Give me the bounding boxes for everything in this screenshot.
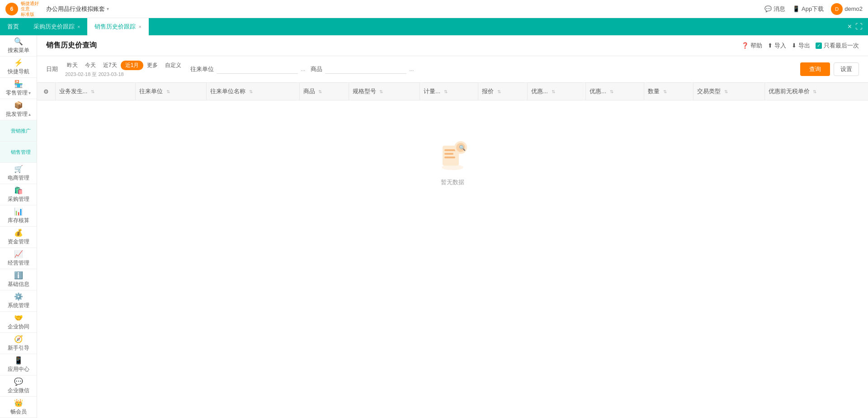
wholesale-arrow-icon: ▴ [28,112,31,117]
date-btn-last7days[interactable]: 近7天 [99,61,121,70]
user-menu[interactable]: D demo2 [831,3,863,15]
sidebar-item-vip[interactable]: 👑 畅会员 [0,397,37,418]
sidebar-item-system[interactable]: ⚙️ 系统管理 [0,290,37,312]
th-quantity[interactable]: 数量 ⇅ [644,83,693,100]
operations-icon: 📈 [14,250,23,258]
svg-rect-4 [444,157,455,158]
sidebar-item-sales-mgmt[interactable]: 销售管理 [0,142,37,163]
sidebar-item-quick-nav[interactable]: ⚡ 快捷导航 [0,57,37,78]
ecommerce-icon: 🛒 [14,165,23,173]
tab-sales-history[interactable]: 销售历史价跟踪 × [87,18,148,35]
date-btn-last1month[interactable]: 近1月 [121,61,144,70]
customer-ellipsis[interactable]: ... [301,66,305,72]
th-customer-code[interactable]: 往来单位 ⇅ [135,83,206,100]
app-center-icon: 📱 [14,356,23,365]
checkbox-icon: ✓ [816,43,822,49]
sidebar-item-search[interactable]: 🔍 搜索菜单 [0,35,37,57]
product-ellipsis[interactable]: ... [409,66,414,72]
retail-icon: 🏪 [14,80,23,88]
sidebar-item-wholesale[interactable]: 📦 批发管理 ▴ [0,99,37,120]
sort-icon-spec: ⇅ [379,89,383,94]
content-area: 销售历史价查询 ❓ 帮助 ⬆ 导入 ⬇ 导出 ✓ [37,35,868,418]
app-download-button[interactable]: 📱 App下载 [793,5,824,13]
date-btn-custom[interactable]: 自定义 [161,61,185,70]
export-icon: ⬇ [792,42,797,49]
close-window-button[interactable]: × [848,23,852,30]
gear-icon: ⚙ [43,88,49,95]
app-switcher[interactable]: 办公用品行业模拟账套 ▾ [46,5,761,13]
th-discount1[interactable]: 优惠... ⇅ [528,83,586,100]
sidebar-item-guide[interactable]: 🧭 新手引导 [0,333,37,354]
filter-row: 日期 昨天 今天 近7天 近1月 更多 自定义 2023-02-18 至 202… [37,56,868,83]
sidebar-item-retail[interactable]: 🏪 零售管理 ▾ [0,78,37,99]
th-notax-price[interactable]: 优惠前无税单价 ⇅ [764,83,868,100]
quick-nav-icon: ⚡ [14,58,23,67]
tab-close-purchase[interactable]: × [77,24,80,29]
date-btn-yesterday[interactable]: 昨天 [63,61,81,70]
page-actions: ❓ 帮助 ⬆ 导入 ⬇ 导出 ✓ 只看最后一次 [741,42,859,50]
date-filter-group: 昨天 今天 近7天 近1月 更多 自定义 2023-02-18 至 2023-0… [63,61,185,78]
th-product[interactable]: 商品 ⇅ [299,83,349,100]
th-discount2[interactable]: 优惠... ⇅ [586,83,644,100]
tab-purchase-history[interactable]: 采购历史价跟踪 × [26,18,87,35]
sort-icon-biz-date: ⇅ [91,89,94,94]
page-title: 销售历史价查询 [46,41,97,50]
finance-icon: 💰 [14,228,23,237]
tab-bar: 首页 采购历史价跟踪 × 销售历史价跟踪 × × ⛶ [0,18,868,35]
date-range-text: 2023-02-18 至 2023-03-18 [65,71,185,78]
sidebar-item-marketing[interactable]: 营销推广 [0,120,37,142]
sort-icon-discount2: ⇅ [610,89,613,94]
fullscreen-button[interactable]: ⛶ [855,23,863,30]
empty-state: 🔍 暂无数据 [37,100,868,223]
date-filter-label: 日期 [46,65,58,73]
sidebar: 🔍 搜索菜单 ⚡ 快捷导航 🏪 零售管理 ▾ 📦 批发管理 ▴ 营销推广 销售管… [0,35,37,418]
import-button[interactable]: ⬆ 导入 [768,42,786,50]
tab-close-sales[interactable]: × [138,24,141,29]
sidebar-item-purchase[interactable]: 🛍️ 采购管理 [0,184,37,205]
filter-actions: 查询 设置 [800,62,859,76]
message-button[interactable]: 💬 消息 [764,5,785,13]
th-price[interactable]: 报价 ⇅ [478,83,528,100]
th-customer-name[interactable]: 往来单位名称 ⇅ [207,83,300,100]
sidebar-item-wechat[interactable]: 💬 企业微信 [0,375,37,397]
sidebar-item-app-center[interactable]: 📱 应用中心 [0,354,37,375]
svg-text:🔍: 🔍 [459,144,466,151]
sidebar-item-basic-info[interactable]: ℹ️ 基础信息 [0,269,37,290]
date-btn-more[interactable]: 更多 [143,61,161,70]
th-spec[interactable]: 规格型号 ⇅ [349,83,420,100]
product-filter-label: 商品 [311,65,322,73]
th-gear[interactable]: ⚙ [37,83,55,100]
date-btn-today[interactable]: 今天 [81,61,99,70]
th-biz-date[interactable]: 业务发生... ⇅ [55,83,135,100]
th-trade-type[interactable]: 交易类型 ⇅ [693,83,764,100]
only-latest-toggle[interactable]: ✓ 只看最后一次 [816,42,859,50]
tab-home[interactable]: 首页 [0,18,26,35]
table-header-row: ⚙ 业务发生... ⇅ 往来单位 ⇅ 往来单位名称 ⇅ [37,83,868,100]
tab-window-actions: × ⛶ [848,23,868,30]
sidebar-item-enterprise[interactable]: 🤝 企业协同 [0,312,37,333]
product-input[interactable] [325,65,406,74]
help-button[interactable]: ❓ 帮助 [741,42,762,50]
wholesale-icon: 📦 [14,101,23,109]
sidebar-item-inventory[interactable]: 📊 库存核算 [0,205,37,227]
export-button[interactable]: ⬇ 导出 [792,42,810,50]
sort-icon-trade-type: ⇅ [724,89,728,94]
inventory-icon: 📊 [14,207,23,216]
import-icon: ⬆ [768,42,773,49]
sidebar-item-operations[interactable]: 📈 经营管理 [0,248,37,269]
top-header: 6 畅捷通好生意 标准版 办公用品行业模拟账套 ▾ 💬 消息 📱 App下载 D… [0,0,868,18]
svg-rect-3 [444,153,453,155]
sort-icon-customer-name: ⇅ [249,89,253,94]
retail-arrow-icon: ▾ [28,90,31,95]
query-button[interactable]: 查询 [800,62,830,76]
settings-button[interactable]: 设置 [834,62,859,76]
sidebar-item-ecommerce[interactable]: 🛒 电商管理 [0,163,37,184]
date-buttons: 昨天 今天 近7天 近1月 更多 自定义 [63,61,185,70]
th-unit[interactable]: 计量... ⇅ [420,83,478,100]
customer-input[interactable] [217,65,298,74]
wechat-icon: 💬 [14,377,23,386]
help-icon: ❓ [741,42,749,49]
empty-state-icon: 🔍 [434,137,471,173]
sidebar-item-finance[interactable]: 💰 资金管理 [0,227,37,248]
sort-icon-notax-price: ⇅ [813,89,816,94]
